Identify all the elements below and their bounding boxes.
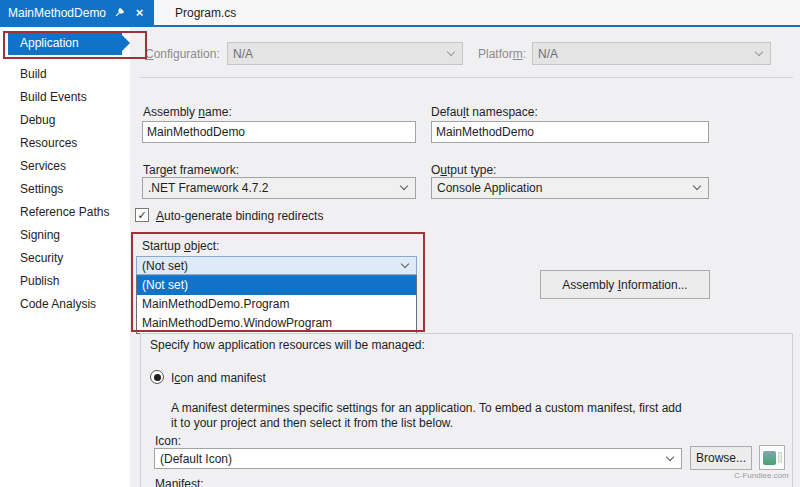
- target-framework-value: .NET Framework 4.7.2: [148, 181, 268, 195]
- configuration-dropdown[interactable]: N/A: [227, 42, 463, 65]
- auto-generate-checkbox[interactable]: ✓: [135, 208, 149, 222]
- icon-and-manifest-radio[interactable]: [150, 370, 164, 384]
- startup-object-dropdown[interactable]: (Not set): [136, 256, 417, 275]
- tab-inactive-label: Program.cs: [175, 6, 236, 20]
- tab-mainmethoddemo[interactable]: MainMethodDemo ×: [0, 0, 154, 25]
- sidebar-item-code-analysis[interactable]: Code Analysis: [0, 293, 130, 316]
- chevron-down-icon: [666, 452, 674, 460]
- default-namespace-input[interactable]: [431, 121, 709, 143]
- sidebar-item-build-events[interactable]: Build Events: [0, 86, 130, 109]
- configuration-label: Configuration:: [145, 47, 220, 61]
- manifest-description: A manifest determines specific settings …: [171, 401, 731, 431]
- icon-preview-button[interactable]: [759, 445, 785, 470]
- header-separator: [140, 77, 793, 78]
- output-type-dropdown[interactable]: Console Application: [431, 177, 709, 199]
- browse-button[interactable]: Browse...: [690, 446, 752, 470]
- platform-dropdown[interactable]: N/A: [532, 42, 771, 65]
- sidebar-item-resources[interactable]: Resources: [0, 132, 130, 155]
- startup-object-option-list: (Not set) MainMethodDemo.Program MainMet…: [136, 275, 417, 334]
- platform-value: N/A: [538, 47, 558, 61]
- auto-generate-label: Auto-generate binding redirects: [156, 209, 323, 223]
- configuration-value: N/A: [233, 47, 253, 61]
- output-type-value: Console Application: [437, 181, 542, 195]
- app-icon-thumbnail: [763, 451, 776, 465]
- sidebar-item-debug[interactable]: Debug: [0, 109, 130, 132]
- resources-heading: Specify how application resources will b…: [150, 338, 425, 352]
- chevron-down-icon: [447, 47, 455, 55]
- watermark: C-Fundiee.com: [734, 471, 789, 480]
- chevron-down-icon: [401, 259, 409, 267]
- chevron-down-icon: [755, 47, 763, 55]
- startup-option-windowprogram[interactable]: MainMethodDemo.WindowProgram: [137, 314, 416, 333]
- property-pages-sidebar: Application Build Build Events Debug Res…: [0, 27, 130, 487]
- sidebar-item-signing[interactable]: Signing: [0, 224, 130, 247]
- sidebar-item-settings[interactable]: Settings: [0, 178, 130, 201]
- assembly-name-label: Assembly name:: [143, 105, 232, 119]
- sidebar-item-reference-paths[interactable]: Reference Paths: [0, 201, 130, 224]
- document-tab-bar: MainMethodDemo × Program.cs: [0, 0, 800, 25]
- target-framework-dropdown[interactable]: .NET Framework 4.7.2: [142, 177, 416, 199]
- tab-active-label: MainMethodDemo: [8, 6, 106, 20]
- target-framework-label: Target framework:: [143, 163, 239, 177]
- assembly-name-input[interactable]: [142, 121, 416, 143]
- tab-program-cs[interactable]: Program.cs: [157, 0, 254, 25]
- sidebar-item-application[interactable]: Application: [8, 31, 122, 55]
- sidebar-item-security[interactable]: Security: [0, 247, 130, 270]
- assembly-information-button[interactable]: Assembly Information...: [540, 270, 710, 299]
- icon-and-manifest-label: Icon and manifest: [171, 371, 266, 385]
- sidebar-item-publish[interactable]: Publish: [0, 270, 130, 293]
- radio-dot: [154, 374, 161, 381]
- chevron-down-icon: [400, 182, 408, 190]
- icon-dropdown[interactable]: (Default Icon): [154, 448, 682, 469]
- app-icon-thumbnail-small: [778, 452, 782, 463]
- startup-option-program[interactable]: MainMethodDemo.Program: [137, 295, 416, 314]
- output-type-label: Output type:: [431, 163, 496, 177]
- startup-object-label: Startup object:: [142, 239, 219, 253]
- default-namespace-label: Default namespace:: [431, 105, 538, 119]
- pin-icon[interactable]: [113, 6, 126, 19]
- chevron-down-icon: [693, 182, 701, 190]
- sidebar-item-services[interactable]: Services: [0, 155, 130, 178]
- checkmark-icon: ✓: [137, 210, 146, 221]
- icon-value: (Default Icon): [160, 452, 232, 466]
- icon-label: Icon:: [155, 434, 181, 448]
- manifest-label: Manifest:: [155, 477, 204, 487]
- platform-label: Platform:: [478, 47, 526, 61]
- sidebar-item-build[interactable]: Build: [0, 63, 130, 86]
- startup-option-not-set[interactable]: (Not set): [137, 276, 416, 295]
- close-icon[interactable]: ×: [133, 6, 146, 19]
- startup-object-value: (Not set): [142, 259, 188, 273]
